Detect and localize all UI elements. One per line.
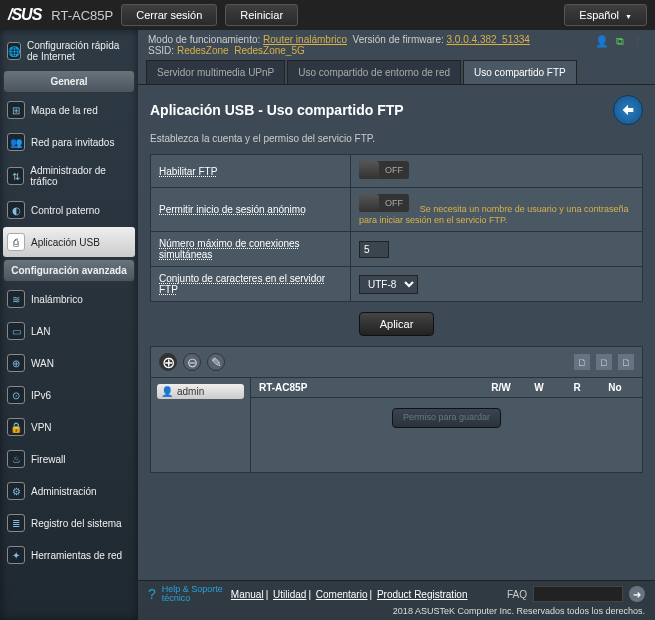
wireless-icon: ≋ (7, 290, 25, 308)
col-w: W (520, 382, 558, 393)
back-arrow-icon (620, 102, 636, 118)
label-anonymous-login: Permitir inicio de sesión anónimo (151, 188, 351, 232)
page-title: Aplicación USB - Uso compartido FTP (150, 102, 404, 118)
footer: ? Help & Soportetécnico Manual| Utilidad… (138, 580, 655, 620)
doc-icon-1[interactable]: 🗋 (574, 354, 590, 370)
sidebar-quick-setup[interactable]: 🌐 Configuración rápida de Internet (3, 34, 135, 68)
user-item-admin[interactable]: 👤 admin (157, 384, 244, 399)
tab-network-share[interactable]: Uso compartido de entorno de red (287, 60, 461, 84)
sidebar-item-vpn[interactable]: 🔒VPN (3, 412, 135, 442)
operation-mode-link[interactable]: Router inalámbrico (263, 34, 347, 45)
sidebar-item-guest-network[interactable]: 👥Red para invitados (3, 127, 135, 157)
doc-icon-3[interactable]: 🗋 (618, 354, 634, 370)
label-max-connections: Número máximo de conexiones simultáneas (151, 232, 351, 267)
sidebar: 🌐 Configuración rápida de Internet Gener… (0, 30, 138, 620)
status-icon-1: 👤 (595, 34, 609, 48)
language-dropdown[interactable]: Español▼ (564, 4, 647, 26)
faq-go-button[interactable]: ➜ (629, 586, 645, 602)
sidebar-item-lan[interactable]: ▭LAN (3, 316, 135, 346)
brand-logo: /SUS (8, 6, 41, 24)
tools-icon: ✦ (7, 546, 25, 564)
parental-icon: ◐ (7, 201, 25, 219)
col-no: No (596, 382, 634, 393)
sidebar-item-administration[interactable]: ⚙Administración (3, 476, 135, 506)
copyright: 2018 ASUSTeK Computer Inc. Reservados to… (148, 606, 645, 616)
label-charset: Conjunto de caracteres en el servidor FT… (151, 267, 351, 302)
link-registration[interactable]: Product Registration (377, 589, 468, 600)
ssid-2: RedesZone_5G (234, 45, 305, 56)
sidebar-item-wireless[interactable]: ≋Inalámbrico (3, 284, 135, 314)
map-icon: ⊞ (7, 101, 25, 119)
add-user-button[interactable]: ⊕ (159, 353, 177, 371)
globe-icon: 🌐 (7, 42, 21, 60)
toggle-anonymous-login[interactable]: OFF (359, 194, 409, 212)
col-rw: R/W (482, 382, 520, 393)
faq-search-input[interactable] (533, 586, 623, 602)
faq-label: FAQ (507, 589, 527, 600)
user-icon: 👤 (161, 386, 173, 397)
guest-icon: 👥 (7, 133, 25, 151)
link-utility[interactable]: Utilidad (273, 589, 306, 600)
model-name: RT-AC85P (51, 8, 113, 23)
sidebar-item-usb-application[interactable]: ⎙Aplicación USB (3, 227, 135, 257)
select-charset[interactable]: UTF-8 (359, 275, 418, 294)
help-icon: ? (148, 586, 156, 602)
sidebar-item-parental-control[interactable]: ◐Control paterno (3, 195, 135, 225)
wan-icon: ⊕ (7, 354, 25, 372)
logout-button[interactable]: Cerrar sesión (121, 4, 217, 26)
ssid-1: RedesZone (177, 45, 229, 56)
status-icon-2: ⧉ (613, 34, 627, 48)
reboot-button[interactable]: Reiniciar (225, 4, 298, 26)
top-bar: /SUS RT-AC85P Cerrar sesión Reiniciar Es… (0, 0, 655, 30)
vpn-icon: 🔒 (7, 418, 25, 436)
share-panel: ⊕ ⊖ ✎ 🗋 🗋 🗋 👤 admin (150, 346, 643, 473)
share-device-name: RT-AC85P (259, 382, 482, 393)
footer-links: Manual| Utilidad| Comentario| Product Re… (229, 589, 470, 600)
info-bar: Modo de funcionamiento: Router inalámbri… (138, 30, 655, 60)
col-r: R (558, 382, 596, 393)
page-description: Establezca la cuenta y el permiso del se… (150, 133, 643, 144)
tab-ftp-share[interactable]: Uso compartido FTP (463, 60, 577, 84)
log-icon: ≣ (7, 514, 25, 532)
sidebar-item-system-log[interactable]: ≣Registro del sistema (3, 508, 135, 538)
traffic-icon: ⇅ (7, 167, 24, 185)
sidebar-item-traffic-manager[interactable]: ⇅Administrador de tráfico (3, 159, 135, 193)
firewall-icon: ♨ (7, 450, 25, 468)
help-support-link[interactable]: Help & Soportetécnico (162, 585, 223, 603)
lan-icon: ▭ (7, 322, 25, 340)
firmware-link[interactable]: 3.0.0.4.382_51334 (447, 34, 530, 45)
sidebar-item-ipv6[interactable]: ⊙IPv6 (3, 380, 135, 410)
back-button[interactable] (613, 95, 643, 125)
ipv6-icon: ⊙ (7, 386, 25, 404)
input-max-connections[interactable] (359, 241, 389, 258)
link-feedback[interactable]: Comentario (316, 589, 368, 600)
sidebar-item-firewall[interactable]: ♨Firewall (3, 444, 135, 474)
toggle-enable-ftp[interactable]: OFF (359, 161, 409, 179)
sidebar-item-network-map[interactable]: ⊞Mapa de la red (3, 95, 135, 125)
sidebar-item-wan[interactable]: ⊕WAN (3, 348, 135, 378)
settings-table: Habilitar FTP OFF Permitir inicio de ses… (150, 154, 643, 302)
sidebar-section-general: General (3, 70, 135, 93)
tab-upnp[interactable]: Servidor multimedia UPnP (146, 60, 285, 84)
status-icon-3: ⟟ (631, 34, 645, 48)
link-manual[interactable]: Manual (231, 589, 264, 600)
label-enable-ftp: Habilitar FTP (151, 155, 351, 188)
apply-button[interactable]: Aplicar (359, 312, 435, 336)
save-permission-button[interactable]: Permiso para guardar (392, 408, 501, 428)
usb-icon: ⎙ (7, 233, 25, 251)
sidebar-section-advanced: Configuración avanzada (3, 259, 135, 282)
admin-icon: ⚙ (7, 482, 25, 500)
sidebar-item-network-tools[interactable]: ✦Herramientas de red (3, 540, 135, 570)
doc-icon-2[interactable]: 🗋 (596, 354, 612, 370)
edit-user-button[interactable]: ✎ (207, 353, 225, 371)
tab-bar: Servidor multimedia UPnP Uso compartido … (138, 60, 655, 85)
remove-user-button[interactable]: ⊖ (183, 353, 201, 371)
